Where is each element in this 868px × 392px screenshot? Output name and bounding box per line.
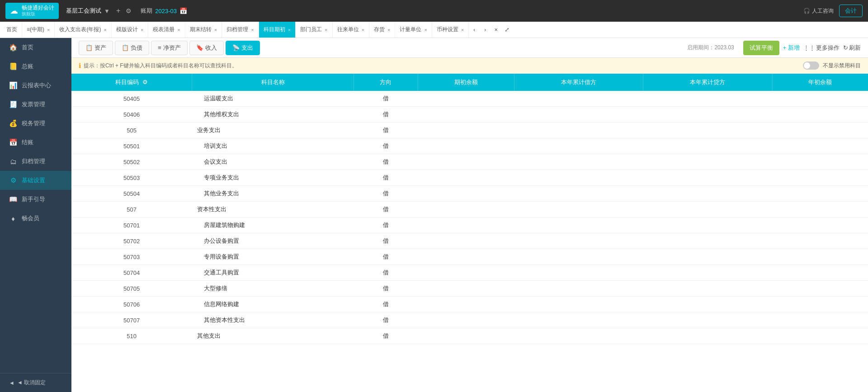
add-company-btn[interactable]: + — [116, 7, 120, 15]
expense-icon: 📡 — [232, 44, 240, 51]
sidebar-item-archive[interactable]: 🗂 归档管理 — [0, 152, 71, 171]
cell-ytd-debit — [514, 312, 643, 328]
cell-ytd-debit — [514, 170, 643, 186]
more-button[interactable]: ⋮⋮ 更多操作 — [803, 44, 840, 52]
table-row[interactable]: 50705 大型修缮 借 — [71, 281, 868, 297]
tab-midperiod-close[interactable]: × — [47, 27, 50, 33]
sub-tab-liability[interactable]: 📋 负债 — [115, 41, 149, 55]
col-direction: 方向 — [354, 74, 418, 91]
tab-currency-close[interactable]: × — [461, 27, 464, 33]
table-row[interactable]: 510 其他支出 借 — [71, 328, 868, 344]
tab-tax-close[interactable]: × — [177, 27, 180, 33]
tab-counterparty[interactable]: 往来单位 × — [333, 22, 369, 38]
tab-department-close[interactable]: × — [325, 27, 327, 33]
headset-icon: 🎧 — [803, 8, 810, 14]
cell-year-opening — [772, 249, 868, 265]
tab-department[interactable]: 部门员工 × — [296, 22, 332, 38]
cell-opening-balance — [418, 202, 514, 217]
sidebar-item-reports[interactable]: 📊 云报表中心 — [0, 76, 71, 95]
company-selector[interactable]: 基层工会测试 ▼ + ⚙ — [66, 7, 132, 15]
sub-tab-net-asset[interactable]: ≡ 净资产 — [151, 41, 188, 55]
column-settings-icon[interactable]: ⚙ — [142, 79, 148, 85]
tab-template-close[interactable]: × — [141, 27, 143, 33]
tab-prev-btn[interactable]: ‹ — [469, 22, 480, 38]
table-row[interactable]: 50504 其他业务支出 借 — [71, 186, 868, 202]
sidebar-item-guide[interactable]: 📖 新手引导 — [0, 190, 71, 209]
table-row[interactable]: 50501 培训支出 借 — [71, 138, 868, 154]
cell-year-opening — [772, 312, 868, 328]
tab-counterparty-close[interactable]: × — [362, 27, 364, 33]
sidebar-label-close: 结账 — [22, 138, 33, 146]
tab-period-end[interactable]: 期末结转 × — [185, 22, 222, 38]
settings-icon[interactable]: ⚙ — [126, 7, 132, 14]
tab-archive[interactable]: 归档管理 × — [222, 22, 259, 38]
tab-archive-close[interactable]: × — [251, 27, 254, 33]
table-row[interactable]: 50702 办公设备购置 借 — [71, 233, 868, 249]
cell-direction: 借 — [354, 281, 418, 297]
cell-opening-balance — [418, 123, 514, 138]
cell-name: 房屋建筑物购建 — [192, 217, 354, 233]
sidebar-item-invoice[interactable]: 🧾 发票管理 — [0, 95, 71, 114]
tab-annual-report[interactable]: 收入支出表(年报) × — [55, 22, 111, 38]
table-row[interactable]: 50701 房屋建筑物购建 借 — [71, 217, 868, 233]
table-row[interactable]: 507 资本性支出 借 — [71, 202, 868, 217]
cell-ytd-debit — [514, 217, 643, 233]
cell-name: 其他业务支出 — [192, 186, 354, 202]
table-row[interactable]: 50706 信息网络购建 借 — [71, 297, 868, 312]
sidebar-item-ledger[interactable]: 📒 总账 — [0, 57, 71, 76]
table-row[interactable]: 50405 运温暖支出 借 — [71, 91, 868, 107]
ledger-icon: 📒 — [9, 62, 17, 71]
sidebar-item-settings[interactable]: ⚙ 基础设置 — [0, 171, 71, 190]
sub-tab-expense[interactable]: 📡 支出 — [226, 41, 260, 55]
tab-home[interactable]: 首页 — [2, 22, 22, 38]
tab-period-end-close[interactable]: × — [214, 27, 217, 33]
sidebar-item-tax[interactable]: 💰 税务管理 — [0, 114, 71, 133]
table-row[interactable]: 50703 专用设备购置 借 — [71, 249, 868, 265]
tab-unit-close[interactable]: × — [424, 27, 427, 33]
tab-unit[interactable]: 计量单位 × — [395, 22, 432, 38]
balance-button[interactable]: 试算平衡 — [743, 41, 779, 55]
tab-inventory-close[interactable]: × — [387, 27, 390, 33]
tab-next-btn[interactable]: › — [480, 22, 491, 38]
table-row[interactable]: 50704 交通工具购置 借 — [71, 265, 868, 281]
sidebar-item-home[interactable]: 🏠 首页 — [0, 38, 71, 57]
tab-inventory[interactable]: 存货 × — [369, 22, 395, 38]
user-button[interactable]: 会计 — [839, 5, 863, 17]
tab-subject-close[interactable]: × — [288, 27, 291, 33]
tab-template[interactable]: 模版设计 × — [112, 22, 148, 38]
logo-icon: ☁ — [10, 6, 18, 16]
table-row[interactable]: 50502 会议支出 借 — [71, 154, 868, 170]
tab-subject[interactable]: 科目期初 × — [259, 22, 296, 38]
invoice-icon: 🧾 — [9, 100, 17, 109]
help-button[interactable]: 🎧 人工咨询 — [803, 7, 834, 15]
calendar-icon[interactable]: 📅 — [179, 7, 187, 14]
company-name: 基层工会测试 — [66, 7, 101, 15]
table-row[interactable]: 505 业务支出 借 — [71, 123, 868, 138]
sub-tab-income[interactable]: 🔖 收入 — [189, 41, 224, 55]
cell-code: 50503 — [71, 170, 192, 186]
settings-icon: ⚙ — [9, 176, 17, 184]
sub-tab-asset[interactable]: 📋 资产 — [79, 41, 113, 55]
app-logo[interactable]: ☁ 畅捷通好会计 旗舰版 — [5, 3, 59, 19]
tab-annual-close[interactable]: × — [104, 27, 106, 33]
cell-name: 专项业务支出 — [192, 170, 354, 186]
disable-toggle[interactable] — [803, 61, 819, 70]
refresh-button[interactable]: ↻ 刷新 — [843, 44, 861, 52]
cell-name: 会议支出 — [192, 154, 354, 170]
sidebar-item-close[interactable]: 📅 结账 — [0, 133, 71, 152]
tab-tax[interactable]: 税表清册 × — [148, 22, 185, 38]
company-dropdown-arrow: ▼ — [104, 8, 110, 14]
sidebar-collapse-btn[interactable]: ◄ ◄ 取消固定 — [0, 373, 71, 392]
sidebar-item-member[interactable]: ♦ 畅会员 — [0, 209, 71, 228]
table-row[interactable]: 50707 其他资本性支出 借 — [71, 312, 868, 328]
tab-fullscreen-btn[interactable]: ⤢ — [501, 22, 512, 38]
tab-currency[interactable]: 币种设置 × — [432, 22, 469, 38]
table-row[interactable]: 50503 专项业务支出 借 — [71, 170, 868, 186]
add-button[interactable]: + 新增 — [783, 44, 800, 52]
tab-midperiod[interactable]: ≡(中期) × — [22, 22, 55, 38]
header-actions: 🎧 人工咨询 会计 — [803, 5, 863, 17]
table-row[interactable]: 50406 其他维权支出 借 — [71, 107, 868, 123]
cell-direction: 借 — [354, 217, 418, 233]
subjects-table: 科目编码 ⚙ 科目名称 方向 期初余额 本年累计借方 本年累计贷方 年初余额 5… — [71, 74, 868, 344]
tab-close-all-btn[interactable]: × — [491, 22, 501, 38]
